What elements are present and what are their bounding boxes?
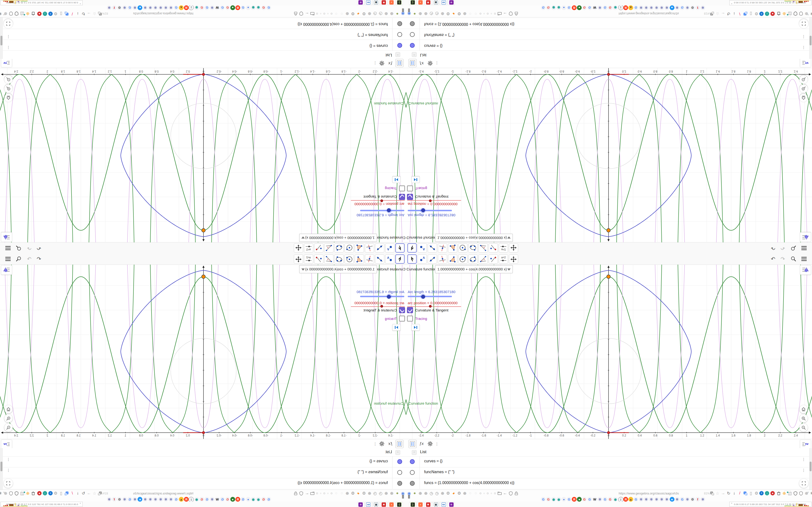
- status-glyph-icon[interactable]: ⊕: [423, 11, 428, 16]
- browser-tab-favicon[interactable]: ●: [138, 5, 143, 10]
- browser-tab-favicon[interactable]: ●: [670, 5, 674, 10]
- trash-icon[interactable]: [31, 491, 36, 496]
- arc-length-slider-knob[interactable]: [420, 294, 425, 299]
- browser-tab-favicon[interactable]: G: [266, 497, 271, 502]
- status-glyph-icon[interactable]: ⊙: [323, 491, 326, 496]
- status-glyph-icon[interactable]: ←: [304, 11, 310, 16]
- status-glyph-icon[interactable]: ▯: [58, 491, 64, 496]
- browser-tab-favicon[interactable]: ✾: [659, 5, 664, 10]
- browser-tab-favicon[interactable]: ✾: [644, 497, 649, 502]
- tool-circle-button[interactable]: [345, 243, 354, 252]
- browser-tab-favicon[interactable]: ◉: [256, 5, 261, 10]
- dock-app-tile[interactable]: ▣: [433, 502, 439, 507]
- algebra-row-funcnames[interactable]: funcNames = {" "} ⋮: [0, 29, 406, 40]
- curve-curvature-function[interactable]: [406, 265, 812, 433]
- tool-perpendicular-line-button[interactable]: [438, 255, 447, 264]
- browser-tab-favicon[interactable]: G: [633, 5, 638, 10]
- arc-position-slider-knob[interactable]: [429, 200, 432, 202]
- browser-tab-favicon[interactable]: G: [680, 5, 684, 10]
- tool-conic-button[interactable]: [468, 243, 477, 252]
- status-glyph-icon[interactable]: ↻: [726, 11, 731, 16]
- algebra-panel-card[interactable]: [1, 58, 12, 67]
- status-glyph-icon[interactable]: /: [737, 491, 743, 496]
- algebra-more-button[interactable]: ⋮: [435, 440, 439, 448]
- browser-tab-favicon[interactable]: ✾: [649, 5, 654, 10]
- status-glyph-icon[interactable]: +: [48, 12, 53, 16]
- status-glyph-icon[interactable]: ○: [473, 491, 478, 496]
- browser-tab-favicon[interactable]: G: [241, 5, 246, 10]
- shield-icon[interactable]: [798, 11, 804, 16]
- expand-view-button[interactable]: [4, 19, 13, 28]
- status-glyph-icon[interactable]: ○: [334, 491, 339, 496]
- algebra-row-funcnames[interactable]: funcNames = {" "} ⋮: [0, 467, 406, 478]
- status-glyph-icon[interactable]: ↓: [765, 491, 769, 495]
- arc-position-slider[interactable]: [407, 201, 461, 201]
- tool-slider-button[interactable]: a=2: [499, 243, 508, 252]
- browser-tab-favicon[interactable]: ✾: [107, 5, 112, 10]
- status-glyph-icon[interactable]: ⊙: [493, 491, 497, 496]
- expand-view-button[interactable]: [799, 19, 808, 28]
- status-glyph-icon[interactable]: ↻: [726, 491, 731, 496]
- algebra-panel-card[interactable]: [1, 440, 12, 449]
- arc-position-point[interactable]: [607, 73, 610, 75]
- lock-icon[interactable]: [514, 491, 519, 496]
- browser-tab-favicon[interactable]: G: [541, 5, 546, 10]
- tool-circle-button[interactable]: [458, 243, 467, 252]
- lock-icon[interactable]: [514, 11, 519, 16]
- algebra-row-curves[interactable]: curves = {} ⋮: [0, 456, 406, 467]
- browser-tab-favicon[interactable]: ✾: [700, 5, 705, 10]
- algebra-group-row[interactable]: − List: [0, 50, 406, 59]
- status-glyph-icon[interactable]: ◷: [434, 11, 440, 16]
- status-glyph-icon[interactable]: ◫: [19, 11, 25, 16]
- trace-point[interactable]: [202, 229, 205, 232]
- browser-tab-favicon[interactable]: ✾: [639, 497, 644, 502]
- scrollbar-thumb[interactable]: [810, 36, 812, 45]
- home-button[interactable]: [800, 94, 808, 102]
- status-glyph-icon[interactable]: +: [759, 491, 764, 495]
- shield-icon[interactable]: [8, 11, 14, 16]
- search-button[interactable]: [790, 245, 797, 251]
- curvature-tangent-checkbox[interactable]: [399, 307, 405, 313]
- arc-length-slider-knob[interactable]: [387, 294, 392, 299]
- browser-tab-favicon[interactable]: G: [582, 497, 587, 502]
- algebra-scrollbar[interactable]: [0, 17, 3, 59]
- dock-app-tile[interactable]: 64: [440, 0, 447, 5]
- status-glyph-icon[interactable]: ○: [468, 11, 473, 16]
- status-glyph-icon[interactable]: ✱: [0, 491, 3, 496]
- algebra-row-curves[interactable]: curves = {} ⋮: [406, 456, 812, 467]
- browser-tab-favicon[interactable]: ✾: [143, 5, 148, 10]
- algebra-tree-view-button[interactable]: [408, 440, 417, 448]
- visibility-toggle[interactable]: [410, 481, 415, 486]
- curve-curvature-function[interactable]: [0, 74, 406, 242]
- browser-tab-favicon[interactable]: ✾: [158, 497, 163, 502]
- browser-tab-favicon[interactable]: ✾: [168, 497, 173, 502]
- arc-length-slider-knob[interactable]: [387, 208, 392, 213]
- collapse-group-button[interactable]: −: [412, 52, 417, 57]
- browser-tab-favicon[interactable]: ▲: [628, 5, 633, 10]
- arc-position-slider[interactable]: [351, 201, 405, 201]
- browser-tab-favicon[interactable]: ●: [670, 497, 674, 502]
- tool-reflect-button[interactable]: [314, 255, 323, 264]
- arc-position-slider-knob[interactable]: [429, 305, 432, 307]
- search-button[interactable]: [790, 256, 797, 262]
- collapse-chevron-icon[interactable]: ⌃: [79, 502, 82, 506]
- status-glyph-icon[interactable]: ○: [468, 491, 473, 496]
- translate-icon[interactable]: A文: [743, 491, 748, 496]
- folder-icon[interactable]: [310, 491, 315, 496]
- dock-app-tile[interactable]: ▣: [373, 502, 379, 507]
- status-glyph-icon[interactable]: ▯: [748, 11, 754, 16]
- menu-button[interactable]: [801, 256, 807, 262]
- dock-app-tile[interactable]: ❯: [409, 502, 416, 507]
- tool-polygon-button[interactable]: [355, 243, 364, 252]
- browser-tab-favicon[interactable]: f: [112, 5, 117, 10]
- status-glyph-icon[interactable]: ↓: [43, 12, 47, 16]
- expand-view-button[interactable]: [799, 479, 808, 488]
- status-glyph-icon[interactable]: ⊙: [479, 491, 482, 496]
- browser-tab-favicon[interactable]: ✾: [664, 497, 669, 502]
- tracing-checkbox[interactable]: [407, 316, 413, 322]
- function-input[interactable]: 1.000000000000 + cos(4.000000000000 x): [299, 265, 377, 273]
- status-glyph-icon[interactable]: ⚙: [350, 11, 355, 16]
- expand-view-button[interactable]: [4, 479, 13, 488]
- algebra-settings-button[interactable]: [378, 59, 386, 67]
- browser-tab-favicon[interactable]: G: [582, 5, 587, 10]
